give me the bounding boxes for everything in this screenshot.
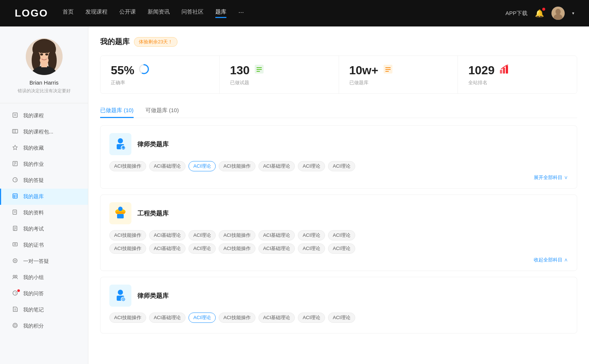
done-questions-value: 130 — [230, 64, 250, 77]
nav-home[interactable]: 首页 — [63, 8, 74, 18]
menu-certificate[interactable]: 我的证书 — [0, 237, 88, 253]
tag[interactable]: ACI理论 — [188, 243, 216, 254]
ranking-icon — [498, 63, 510, 77]
expand-button-1[interactable]: 展开全部科目 ∨ — [109, 174, 568, 181]
tag[interactable]: ACI理论 — [328, 313, 355, 323]
menu-exams[interactable]: 我的考试 — [0, 221, 88, 237]
tag[interactable]: ACI基础理论 — [258, 230, 295, 240]
menu-group[interactable]: 我的小组 — [0, 270, 88, 286]
menu-certificate-label: 我的证书 — [23, 242, 44, 249]
svg-point-49 — [14, 324, 16, 326]
menu-my-courses[interactable]: 我的课程 — [0, 108, 88, 124]
menu-question-bank[interactable]: 我的题库 — [0, 189, 88, 205]
trial-badge: 体验剩余23天！ — [134, 37, 177, 47]
qbank-section-lawyer-2: 律师类题库 ACI技能操作 ACI基础理论 ACI理论 ACI技能操作 ACI基… — [100, 277, 577, 333]
tag-active[interactable]: ACI理论 — [188, 161, 216, 171]
favorites-icon — [11, 144, 19, 152]
nav-opencourse[interactable]: 公开课 — [119, 8, 136, 18]
accuracy-icon — [138, 63, 150, 77]
done-banks-value: 10w+ — [349, 64, 378, 77]
qbank-name-lawyer-1: 律师类题库 — [137, 140, 169, 149]
tag-active[interactable]: ACI理论 — [188, 313, 216, 323]
qa-dot — [17, 289, 20, 292]
tag[interactable]: ACI基础理论 — [149, 313, 186, 323]
stats-row: 55% 正确率 130 — [100, 56, 577, 94]
tag[interactable]: ACI技能操作 — [219, 230, 255, 240]
svg-rect-38 — [13, 243, 17, 246]
tag[interactable]: ACI技能操作 — [219, 161, 255, 171]
svg-point-42 — [13, 275, 15, 277]
menu-homework-label: 我的作业 — [23, 161, 44, 168]
tag[interactable]: ACI理论 — [298, 243, 325, 254]
tag[interactable]: ACI基础理论 — [149, 230, 186, 240]
nav-questions[interactable]: 题库 — [215, 8, 226, 18]
notification-bell[interactable]: 🔔 — [535, 9, 544, 18]
done-questions-icon — [253, 63, 265, 77]
svg-rect-27 — [13, 194, 17, 198]
svg-point-41 — [14, 260, 16, 261]
sidebar: Brian Harris 错误的决定比没有决定要好 我的课程 我的课程包... — [0, 26, 88, 364]
qbank-header-engineer: 工程类题库 — [109, 202, 568, 224]
tag[interactable]: ACI理论 — [298, 161, 325, 171]
menu-points[interactable]: 我的积分 — [0, 318, 88, 334]
profile-motto: 错误的决定比没有决定要好 — [18, 88, 71, 94]
collapse-button[interactable]: 收起全部科目 ∧ — [109, 257, 568, 263]
svg-point-12 — [40, 53, 43, 56]
app-download-button[interactable]: APP下载 — [505, 10, 528, 17]
lawyer-icon-2 — [109, 285, 131, 307]
tutoring-icon — [11, 258, 19, 265]
user-dropdown-arrow[interactable]: ▾ — [572, 11, 574, 16]
stat-done-banks: 10w+ 已做题库 — [339, 56, 458, 93]
accuracy-value: 55% — [111, 64, 134, 77]
tag[interactable]: ACI理论 — [298, 313, 325, 323]
tag[interactable]: ACI理论 — [328, 161, 355, 171]
tags-row-lawyer-1: ACI技能操作 ACI基础理论 ACI理论 ACI技能操作 ACI基础理论 AC… — [109, 161, 568, 171]
menu-materials[interactable]: 我的资料 — [0, 205, 88, 221]
tag[interactable]: ACI技能操作 — [109, 161, 146, 171]
tag[interactable]: ACI技能操作 — [109, 243, 146, 254]
menu-questions[interactable]: ? 我的答疑 — [0, 172, 88, 189]
tag[interactable]: ACI技能操作 — [219, 243, 255, 254]
menu-my-qa[interactable]: ? 我的问答 — [0, 286, 88, 302]
menu-tutoring[interactable]: 一对一答疑 — [0, 253, 88, 270]
user-avatar[interactable] — [551, 7, 565, 20]
menu-my-courses-label: 我的课程 — [23, 113, 44, 119]
svg-point-1 — [556, 9, 561, 15]
exams-icon — [11, 225, 19, 233]
nav-more[interactable]: ··· — [238, 8, 244, 18]
menu-notes[interactable]: 我的笔记 — [0, 302, 88, 318]
tag[interactable]: ACI基础理论 — [258, 243, 295, 254]
menu-question-bank-label: 我的题库 — [23, 193, 44, 200]
menu-points-label: 我的积分 — [23, 323, 44, 329]
menu-favorites[interactable]: 我的收藏 — [0, 140, 88, 156]
tag[interactable]: ACI理论 — [328, 230, 355, 240]
tag[interactable]: ACI基础理论 — [149, 161, 186, 171]
accuracy-label: 正确率 — [111, 79, 209, 86]
menu-course-packages[interactable]: 我的课程包... — [0, 124, 88, 140]
tag[interactable]: ACI基础理论 — [258, 161, 295, 171]
lawyer-icon-1 — [109, 133, 131, 155]
tag[interactable]: ACI基础理论 — [258, 313, 295, 323]
packages-icon — [11, 128, 19, 136]
nav-links: 首页 发现课程 公开课 新闻资讯 问答社区 题库 ··· — [63, 8, 491, 18]
nav-news[interactable]: 新闻资讯 — [148, 8, 170, 18]
nav-qa[interactable]: 问答社区 — [181, 8, 204, 18]
tag[interactable]: ACI理论 — [328, 243, 355, 254]
sidebar-menu: 我的课程 我的课程包... 我的收藏 我的作业 — [0, 103, 88, 339]
menu-homework[interactable]: 我的作业 — [0, 156, 88, 172]
avatar-image — [551, 7, 565, 20]
tag[interactable]: ACI基础理论 — [149, 243, 186, 254]
nav-right: APP下载 🔔 ▾ — [505, 7, 574, 20]
svg-point-48 — [13, 323, 17, 328]
tag[interactable]: ACI技能操作 — [109, 230, 146, 240]
tag[interactable]: ACI技能操作 — [109, 313, 146, 323]
tab-done-banks[interactable]: 已做题库 (10) — [100, 104, 134, 118]
tag[interactable]: ACI理论 — [298, 230, 325, 240]
main-layout: Brian Harris 错误的决定比没有决定要好 我的课程 我的课程包... — [0, 26, 589, 364]
tag[interactable]: ACI理论 — [188, 230, 216, 240]
nav-discover[interactable]: 发现课程 — [85, 8, 107, 18]
tab-available-banks[interactable]: 可做题库 (10) — [145, 104, 179, 118]
svg-point-64 — [118, 138, 123, 143]
svg-point-43 — [15, 275, 17, 277]
tag[interactable]: ACI技能操作 — [219, 313, 255, 323]
